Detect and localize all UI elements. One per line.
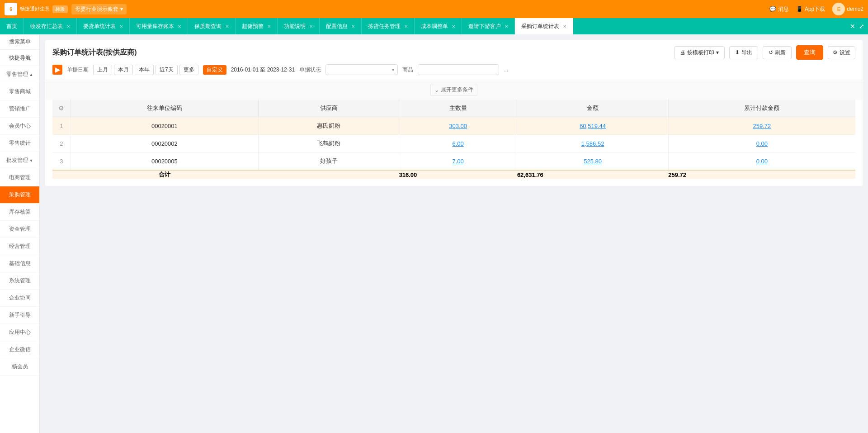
tab-close-icon[interactable]: ✕ xyxy=(225,24,229,29)
tab-close-icon[interactable]: ✕ xyxy=(452,24,455,29)
settings-icon: ⚙ xyxy=(833,49,838,56)
tab-label: 超储预警 xyxy=(242,23,264,30)
sidebar-item-jichuxinxi[interactable]: 基础信息 xyxy=(0,255,39,272)
sidebar-search[interactable]: 搜索菜单 xyxy=(0,34,39,50)
sidebar-item-zijinguanli[interactable]: 资金管理 xyxy=(0,221,39,238)
status-label: 单据状态 xyxy=(299,66,321,74)
column-settings-icon[interactable]: ⚙ xyxy=(58,105,64,112)
sidebar-item-lingshaotongji[interactable]: 零售统计 xyxy=(0,135,39,152)
sidebar-item-jingyingguanli[interactable]: 经营管理 xyxy=(0,238,39,255)
sidebar-item-kucunhesuan[interactable]: 库存核算 xyxy=(0,204,39,221)
query-btn[interactable]: 查询 xyxy=(796,45,823,60)
logo-icon: 6 xyxy=(5,3,17,15)
message-icon: 💬 xyxy=(769,6,776,12)
footer-paid: 259.72 xyxy=(668,170,855,179)
tab-close-icon[interactable]: ✕ xyxy=(404,24,408,29)
goods-input[interactable] xyxy=(418,64,499,75)
chevron-down-icon: ▼ xyxy=(29,158,33,163)
tab-label: 配置信息 xyxy=(326,23,348,30)
tab-keyongliku[interactable]: 可用量库存账本 ✕ xyxy=(130,18,188,34)
table-th-gear[interactable]: ⚙ xyxy=(52,100,71,117)
export-btn[interactable]: ⬇ 导出 xyxy=(729,46,758,59)
logo-text-short: 6 xyxy=(9,7,12,12)
filter-area: ▶ 单据日期 上月 本月 本年 近7天 更多 自定义 2016-01-01 至 … xyxy=(45,60,863,80)
message-btn[interactable]: 💬 消息 xyxy=(769,5,789,13)
footer-qty: 316.00 xyxy=(399,170,517,179)
chevron-up-icon: ▲ xyxy=(29,72,33,77)
tab-close-icon[interactable]: ✕ xyxy=(119,24,123,29)
tab-zhihuo[interactable]: 拣货任务管理 ✕ xyxy=(362,18,415,34)
date-btn-this-year[interactable]: 本年 xyxy=(135,65,154,75)
tab-close-icon[interactable]: ✕ xyxy=(309,24,313,29)
sidebar-item-qiyewexin[interactable]: 企业微信 xyxy=(0,341,39,358)
date-btn-last-7-days[interactable]: 近7天 xyxy=(156,65,178,75)
header-actions: 🖨 按模板打印 ▾ ⬇ 导出 ↺ 刷新 查询 xyxy=(674,45,855,60)
table-row: 1 00020001 惠氏奶粉 303.00 60,519.44 259.72 xyxy=(52,117,855,135)
sidebar-item-qiyexietong[interactable]: 企业协同 xyxy=(0,290,39,307)
tab-expand-btn[interactable]: ⤢ xyxy=(859,23,864,30)
page-title: 采购订单统计表(按供应商) xyxy=(52,48,137,57)
tab-label: 拣货任务管理 xyxy=(368,23,401,30)
sidebar-item-yingxiaotuiguang[interactable]: 营销推广 xyxy=(0,100,39,118)
tab-shoufahuizongshu[interactable]: 收发存汇总表 ✕ xyxy=(24,18,77,34)
tab-close-icon[interactable]: ✕ xyxy=(178,24,181,29)
tab-close-icon[interactable]: ✕ xyxy=(351,24,355,29)
filter-toggle-btn[interactable]: ▶ xyxy=(52,65,62,75)
date-btn-more[interactable]: 更多 xyxy=(179,65,198,75)
logo-area: 6 畅捷通好生意 标版 xyxy=(5,3,68,15)
custom-date-tag[interactable]: 自定义 xyxy=(203,65,226,75)
tab-home[interactable]: 首页 xyxy=(0,18,24,34)
sidebar-item-lingshoushangcheng[interactable]: 零售商城 xyxy=(0,83,39,100)
tab-chaochuyujing[interactable]: 超储预警 ✕ xyxy=(236,18,278,34)
tab-close-icon[interactable]: ✕ xyxy=(66,24,70,29)
table-th-qty: 主数量 xyxy=(399,100,517,117)
tab-yaohuodantongjibiao[interactable]: 要货单统计表 ✕ xyxy=(77,18,130,34)
table-th-paid: 累计付款金额 xyxy=(668,100,855,117)
user-area[interactable]: E demo2 xyxy=(832,3,863,15)
row-paid: 0.00 xyxy=(668,135,855,152)
goods-input-more-icon[interactable]: ... xyxy=(504,67,508,73)
status-select[interactable] xyxy=(326,64,398,75)
tab-label: 收发存汇总表 xyxy=(30,23,63,30)
tab-label: 采购订单统计表 xyxy=(521,23,559,30)
table-header-row: ⚙ 往来单位编码 供应商 主数量 金额 累计付款金额 xyxy=(52,100,855,117)
tab-yaoqingxiayou[interactable]: 邀请下游客户 ✕ xyxy=(462,18,515,34)
row-amount: 525.80 xyxy=(517,152,668,171)
sidebar-item-changhyuiyuan[interactable]: 畅会员 xyxy=(0,358,39,376)
sidebar-item-xinshouyindao[interactable]: 新手引导 xyxy=(0,307,39,324)
tab-close-icon[interactable]: ✕ xyxy=(505,24,508,29)
sidebar-item-quicknav[interactable]: 快捷导航 xyxy=(0,50,39,66)
tab-caigoutongjibiao[interactable]: 采购订单统计表 ✕ xyxy=(515,18,573,34)
workspace-selector[interactable]: 母婴行业演示账套 ▾ xyxy=(71,4,127,14)
tab-chengben[interactable]: 成本调整单 ✕ xyxy=(415,18,462,34)
sidebar-item-huiyuanzhongxin[interactable]: 会员中心 xyxy=(0,118,39,135)
date-btn-this-month[interactable]: 本月 xyxy=(114,65,133,75)
tab-close-icon[interactable]: ✕ xyxy=(563,24,566,29)
print-btn[interactable]: 🖨 按模板打印 ▾ xyxy=(674,46,725,59)
footer-amount: 62,631.76 xyxy=(517,170,668,179)
tab-peizhi[interactable]: 配置信息 ✕ xyxy=(320,18,362,34)
expand-more-btn[interactable]: ⌄ 展开更多条件 xyxy=(430,84,477,96)
tab-gongnengshuo[interactable]: 功能说明 ✕ xyxy=(278,18,320,34)
sidebar-item-lingshouguan[interactable]: 零售管理 ▲ xyxy=(0,66,39,83)
sidebar-search-label: 搜索菜单 xyxy=(4,38,36,46)
row-paid: 0.00 xyxy=(668,152,855,171)
sidebar-item-yingyongzhongxin[interactable]: 应用中心 xyxy=(0,324,39,341)
tab-baoyuanqixun[interactable]: 保质期查询 ✕ xyxy=(188,18,236,34)
row-num: 3 xyxy=(52,152,71,171)
sidebar-item-diangshangguanli[interactable]: 电商管理 xyxy=(0,169,39,186)
sidebar-item-xitongguanli[interactable]: 系统管理 xyxy=(0,272,39,290)
settings-btn[interactable]: ⚙ 设置 xyxy=(828,46,855,59)
export-icon: ⬇ xyxy=(735,49,740,56)
app-download-btn[interactable]: 📱 App下载 xyxy=(796,5,825,13)
user-avatar: E xyxy=(832,3,845,15)
sidebar-item-caigouguanli[interactable]: 采购管理 xyxy=(0,186,39,204)
tab-home-label: 首页 xyxy=(6,23,17,30)
tab-close-icon[interactable]: ✕ xyxy=(267,24,271,29)
refresh-btn[interactable]: ↺ 刷新 xyxy=(763,46,792,59)
tab-close-all-btn[interactable]: ✕ xyxy=(850,23,855,30)
row-supplier: 惠氏奶粉 xyxy=(259,117,399,135)
date-btn-last-month[interactable]: 上月 xyxy=(93,65,112,75)
sidebar-item-pifaguanli[interactable]: 批发管理 ▼ xyxy=(0,152,39,169)
tab-label: 要货单统计表 xyxy=(83,23,116,30)
